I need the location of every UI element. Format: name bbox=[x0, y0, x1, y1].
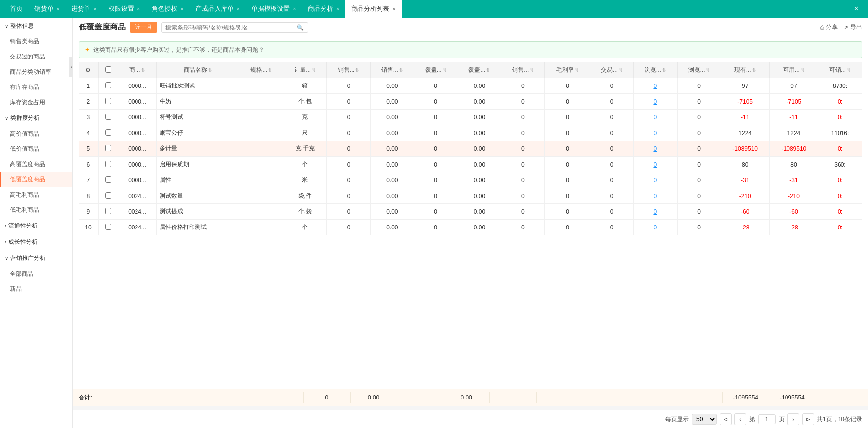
col-checkbox[interactable] bbox=[98, 62, 118, 78]
row-browse2: 0 bbox=[677, 110, 721, 125]
per-page-select[interactable]: 50 10 20 100 bbox=[692, 414, 717, 425]
sidebar-item-sales-goods[interactable]: 销售类商品 bbox=[0, 34, 72, 49]
nav-template-settings[interactable]: 单据模板设置 × bbox=[245, 0, 301, 18]
row-select-checkbox[interactable] bbox=[105, 161, 111, 167]
row-select-checkbox[interactable] bbox=[105, 114, 111, 120]
row-checkbox[interactable] bbox=[98, 110, 118, 125]
table-header-row: ⚙ 商...⇅ 商品名称⇅ 规格...⇅ 计量...⇅ 销售...⇅ 销售...… bbox=[79, 62, 862, 78]
next-page-button[interactable]: › bbox=[787, 413, 799, 425]
sidebar-item-high-value[interactable]: 高价值商品 bbox=[0, 126, 72, 142]
last-page-button[interactable]: ⊳ bbox=[802, 413, 814, 425]
nav-role-auth[interactable]: 角色授权 × bbox=[146, 0, 189, 18]
select-all-checkbox[interactable] bbox=[105, 66, 111, 73]
nav-product-analysis-list[interactable]: 商品分析列表 × bbox=[345, 0, 401, 18]
row-browse1[interactable]: 0 bbox=[633, 220, 677, 235]
sidebar-item-in-stock-goods[interactable]: 有库存商品 bbox=[0, 80, 72, 95]
close-icon[interactable]: × bbox=[336, 6, 339, 12]
nav-product-inbound[interactable]: 产成品入库单 × bbox=[190, 0, 245, 18]
row-browse1[interactable]: 0 bbox=[633, 172, 677, 188]
share-button[interactable]: ⎙ 分享 bbox=[820, 23, 838, 31]
prev-page-button[interactable]: ‹ bbox=[734, 413, 746, 425]
time-filter-button[interactable]: 近一月 bbox=[130, 22, 157, 33]
row-browse1[interactable]: 0 bbox=[633, 188, 677, 204]
row-select-checkbox[interactable] bbox=[105, 98, 111, 104]
row-select-checkbox[interactable] bbox=[105, 176, 111, 183]
row-cover1: 0 bbox=[414, 125, 458, 141]
nav-sales-order[interactable]: 销货单 × bbox=[28, 0, 65, 18]
sidebar-item-inventory-capital[interactable]: 库存资金占用 bbox=[0, 95, 72, 110]
sidebar-collapse-button[interactable]: « bbox=[69, 57, 73, 77]
close-icon[interactable]: × bbox=[137, 6, 140, 12]
row-browse1[interactable]: 0 bbox=[633, 204, 677, 220]
row-cover1: 0 bbox=[414, 204, 458, 220]
search-icon[interactable]: 🔍 bbox=[297, 24, 304, 31]
row-browse1[interactable]: 0 bbox=[633, 125, 677, 141]
row-browse1[interactable]: 0 bbox=[633, 78, 677, 94]
close-icon[interactable]: × bbox=[392, 6, 395, 12]
first-page-button[interactable]: ⊲ bbox=[720, 413, 732, 425]
next-page-icon: › bbox=[792, 416, 794, 422]
sidebar-section-marketing[interactable]: ∨ 营销推广分析 bbox=[0, 250, 72, 266]
col-available: 可用...⇅ bbox=[769, 62, 818, 78]
close-icon[interactable]: × bbox=[56, 6, 59, 12]
sidebar-item-category-sales-rate[interactable]: 商品分类动销率 bbox=[0, 64, 72, 80]
row-checkbox[interactable] bbox=[98, 141, 118, 157]
row-checkbox[interactable] bbox=[98, 204, 118, 220]
sidebar-item-low-coverage[interactable]: 低覆盖度商品 bbox=[0, 172, 72, 187]
col-settings[interactable]: ⚙ bbox=[79, 62, 98, 78]
sidebar-item-low-value[interactable]: 低价值商品 bbox=[0, 142, 72, 157]
export-button[interactable]: ↗ 导出 bbox=[843, 23, 862, 31]
row-checkbox[interactable] bbox=[98, 78, 118, 94]
sidebar-item-high-profit[interactable]: 高毛利商品 bbox=[0, 187, 72, 202]
row-checkbox[interactable] bbox=[98, 220, 118, 235]
page-number-input[interactable] bbox=[758, 414, 776, 424]
sidebar-item-all-goods[interactable]: 全部商品 bbox=[0, 266, 72, 282]
row-checkbox[interactable] bbox=[98, 157, 118, 172]
sidebar-item-low-profit[interactable]: 低毛利商品 bbox=[0, 202, 72, 218]
row-browse1[interactable]: 0 bbox=[633, 110, 677, 125]
sidebar-item-high-coverage[interactable]: 高覆盖度商品 bbox=[0, 157, 72, 172]
row-select-checkbox[interactable] bbox=[105, 129, 111, 136]
row-cover1: 0 bbox=[414, 141, 458, 157]
page-title: 低覆盖度商品 bbox=[79, 22, 126, 32]
sidebar-section-growth[interactable]: › 成长性分析 bbox=[0, 234, 72, 250]
sidebar-section-cluster-analysis[interactable]: ∨ 类群度分析 bbox=[0, 110, 72, 126]
window-close-button[interactable]: × bbox=[848, 1, 864, 17]
row-select-checkbox[interactable] bbox=[105, 192, 111, 199]
sidebar-section-liquidity[interactable]: › 流通性分析 bbox=[0, 218, 72, 234]
nav-product-analysis[interactable]: 商品分析 × bbox=[302, 0, 345, 18]
close-icon[interactable]: × bbox=[93, 6, 96, 12]
row-checkbox[interactable] bbox=[98, 94, 118, 110]
row-code: 0000... bbox=[118, 78, 156, 94]
table-row: 8 0024... 测试数量 袋,件 0 0.00 0 0.00 0 0 0 0… bbox=[79, 188, 862, 204]
nav-home[interactable]: 首页 bbox=[4, 0, 28, 18]
nav-permission-settings[interactable]: 权限设置 × bbox=[103, 0, 146, 18]
row-select-checkbox[interactable] bbox=[105, 224, 111, 230]
row-available: -1089510 bbox=[769, 141, 818, 157]
sidebar-item-traded-goods[interactable]: 交易过的商品 bbox=[0, 49, 72, 64]
row-name: 眠宝公仔 bbox=[156, 125, 240, 141]
row-gross: 0 bbox=[545, 172, 590, 188]
data-table-wrapper[interactable]: ⚙ 商...⇅ 商品名称⇅ 规格...⇅ 计量...⇅ 销售...⇅ 销售...… bbox=[79, 62, 862, 389]
row-checkbox[interactable] bbox=[98, 188, 118, 204]
sidebar-item-new-goods[interactable]: 新品 bbox=[0, 282, 72, 297]
close-icon[interactable]: × bbox=[180, 6, 183, 12]
close-icon[interactable]: × bbox=[293, 6, 296, 12]
row-select-checkbox[interactable] bbox=[105, 145, 111, 151]
sidebar-section-overview[interactable]: ∨ 整体信息 bbox=[0, 18, 72, 34]
row-browse1[interactable]: 0 bbox=[633, 94, 677, 110]
close-icon[interactable]: × bbox=[237, 6, 240, 12]
row-checkbox[interactable] bbox=[98, 125, 118, 141]
row-sales-count: 0 bbox=[327, 78, 371, 94]
row-trade: 0 bbox=[590, 172, 634, 188]
row-checkbox[interactable] bbox=[98, 172, 118, 188]
total-available: -1095554 bbox=[769, 392, 816, 403]
row-select-checkbox[interactable] bbox=[105, 208, 111, 214]
last-page-icon: ⊳ bbox=[806, 416, 810, 423]
row-browse1[interactable]: 0 bbox=[633, 141, 677, 157]
row-browse1[interactable]: 0 bbox=[633, 157, 677, 172]
nav-purchase-order[interactable]: 进货单 × bbox=[65, 0, 102, 18]
row-select-checkbox[interactable] bbox=[105, 82, 111, 88]
search-input[interactable] bbox=[165, 24, 295, 31]
scrollbar-area[interactable] bbox=[73, 406, 868, 410]
